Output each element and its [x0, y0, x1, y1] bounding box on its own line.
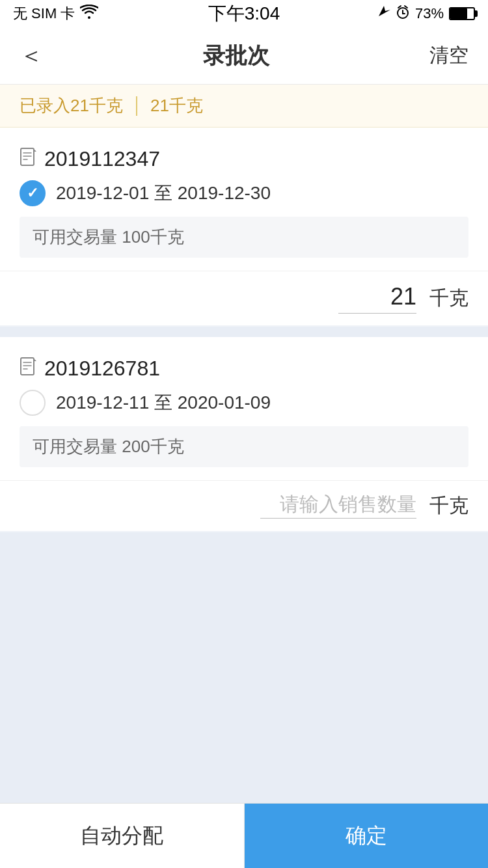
auto-distribute-button[interactable]: 自动分配	[0, 804, 245, 868]
status-left: 无 SIM 卡	[13, 4, 98, 23]
batch-item-2: 2019126781 2019-12-11 至 2020-01-09 可用交易量…	[0, 337, 488, 480]
wifi-icon	[80, 5, 98, 23]
batch-card-1: 2019112347 2019-12-01 至 2019-12-30 可用交易量…	[0, 128, 488, 325]
info-banner: 已录入21千克 21千克	[0, 85, 488, 128]
info-divider	[136, 96, 137, 116]
recorded-label: 已录入21千克	[20, 94, 123, 117]
batch-card-2: 2019126781 2019-12-11 至 2020-01-09 可用交易量…	[0, 337, 488, 531]
doc-icon-2	[20, 357, 38, 380]
batch-date-row-1: 2019-12-01 至 2019-12-30	[20, 180, 468, 206]
amount-input-1[interactable]	[338, 283, 416, 310]
amount-underline-1	[338, 313, 416, 314]
batch-qty-bar-2: 可用交易量 200千克	[20, 426, 468, 467]
batch-id-1: 2019112347	[44, 147, 160, 171]
input-unit-2: 千克	[429, 493, 468, 519]
batch-date-2: 2019-12-11 至 2020-01-09	[56, 390, 271, 415]
bottom-bar: 自动分配 确定	[0, 803, 488, 868]
nav-bar: ＜ 录批次 清空	[0, 27, 488, 85]
radio-2[interactable]	[20, 390, 46, 416]
svg-rect-2	[21, 358, 34, 375]
input-underline-2	[260, 518, 416, 519]
doc-icon-1	[20, 148, 38, 170]
status-right: 73%	[377, 5, 475, 23]
batch-item-1: 2019112347 2019-12-01 至 2019-12-30 可用交易量…	[0, 128, 488, 271]
amount-unit-1: 千克	[429, 285, 468, 312]
carrier-label: 无 SIM 卡	[13, 4, 75, 23]
back-button[interactable]: ＜	[20, 40, 43, 72]
batch-id-2: 2019126781	[44, 357, 160, 381]
batch-date-1: 2019-12-01 至 2019-12-30	[56, 181, 271, 206]
batch-qty-bar-1: 可用交易量 100千克	[20, 217, 468, 258]
batch-header-2: 2019126781	[20, 357, 468, 381]
batch-date-row-2: 2019-12-11 至 2020-01-09	[20, 390, 468, 416]
clear-button[interactable]: 清空	[429, 42, 468, 69]
page-title: 录批次	[203, 41, 269, 71]
amount-row-1: 千克	[0, 271, 488, 325]
svg-rect-1	[21, 148, 34, 165]
section-separator	[0, 327, 488, 337]
input-wrapper-2	[260, 493, 416, 519]
amount-wrapper-1	[338, 283, 416, 314]
status-bar: 无 SIM 卡 下午3:04 73%	[0, 0, 488, 27]
empty-area	[0, 532, 488, 838]
battery-percentage: 73%	[415, 5, 444, 22]
alarm-icon	[396, 5, 410, 23]
qty-input-2[interactable]	[260, 493, 416, 515]
input-row-2: 千克	[0, 480, 488, 531]
status-time: 下午3:04	[208, 1, 280, 26]
confirm-button[interactable]: 确定	[245, 804, 489, 868]
radio-1[interactable]	[20, 180, 46, 206]
battery-icon	[449, 7, 475, 20]
info-value: 21千克	[150, 94, 203, 117]
location-icon	[377, 5, 390, 23]
batch-header-1: 2019112347	[20, 147, 468, 171]
